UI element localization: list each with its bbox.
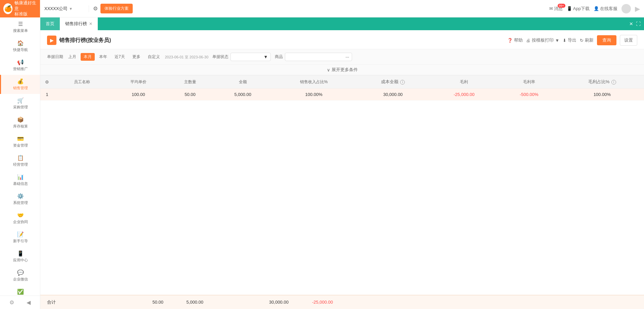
- sidebar-item-finance[interactable]: 💳 资金管理: [0, 132, 40, 151]
- expand-more-button[interactable]: ∨ 展开更多条件: [327, 67, 358, 73]
- col-settings[interactable]: ⚙: [40, 75, 54, 89]
- tabbar: 首页 销售排行榜 ✕ ✕ ⛶: [40, 17, 644, 30]
- cell-cost: 30,000.00: [356, 89, 430, 101]
- col-main-qty: 主数量: [167, 75, 214, 89]
- user-expand-icon[interactable]: ▶: [635, 5, 640, 13]
- col-cost: 成本全额 i: [356, 75, 430, 89]
- cooperation-icon: 🤝: [17, 212, 24, 218]
- export-button[interactable]: ⬇ 导出: [563, 37, 576, 43]
- status-filter-label: 单据状态: [212, 54, 228, 60]
- marketing-icon: 📢: [17, 59, 24, 65]
- sidebar-logo: 🍊 畅康通好生意 标准版: [0, 0, 40, 17]
- cell-sales-pct: 100.00%: [272, 89, 356, 101]
- table-footer: 合计 50.00 5,000.00 30,000.00 -25,000.00: [40, 295, 644, 309]
- page-inner: ▶ 销售排行榜(按业务员) ❓ 帮助 🖨 按模板打印 ▼ ⬇: [40, 30, 644, 309]
- chevron-down-icon: ▼: [69, 7, 73, 11]
- refresh-button[interactable]: ↻ 刷新: [580, 37, 594, 43]
- message-button[interactable]: ✉ 消息 99+: [549, 6, 563, 12]
- apps-icon: 📱: [17, 250, 24, 257]
- date-tab-prev-month[interactable]: 上月: [65, 53, 79, 61]
- profit-pct-info-icon[interactable]: i: [611, 80, 616, 85]
- template-print-button[interactable]: 🖨 按模板打印 ▼: [526, 37, 559, 43]
- sidebar-item-apps[interactable]: 📱 应用中心: [0, 247, 40, 266]
- search-menu-icon: ☰: [18, 21, 23, 27]
- message-icon: ✉: [549, 6, 553, 11]
- status-select[interactable]: ▼: [230, 53, 271, 61]
- goods-select[interactable]: ···: [285, 53, 352, 61]
- content-area: ▶ 销售排行榜(按业务员) ❓ 帮助 🖨 按模板打印 ▼ ⬇: [40, 30, 644, 309]
- status-filter-group: 单据状态 ▼: [212, 53, 271, 61]
- footer-label: 合计: [47, 300, 56, 305]
- inventory-icon: 📦: [17, 116, 24, 123]
- sidebar-item-search[interactable]: ☰ 搜索菜单: [0, 17, 40, 37]
- home-icon: 🏠: [17, 40, 24, 46]
- sidebar-bottom: ⚙ ◀: [0, 296, 40, 309]
- sidebar-item-wechat[interactable]: 💬 企业微信: [0, 266, 40, 285]
- sidebar-item-guide[interactable]: 📝 新手引导: [0, 228, 40, 247]
- date-tab-current-year[interactable]: 本年: [96, 53, 110, 61]
- goods-more-icon: ···: [346, 54, 349, 59]
- sidebar-settings-icon[interactable]: ⚙: [9, 299, 14, 306]
- goods-filter-label: 商品: [275, 54, 283, 60]
- member-icon: ✅: [17, 289, 24, 295]
- col-sales-pct: 销售收入占比%: [272, 75, 356, 89]
- print-chevron-icon: ▼: [555, 38, 559, 43]
- tab-home[interactable]: 首页: [40, 17, 60, 30]
- col-profit: 毛利: [430, 75, 498, 89]
- sidebar-item-member[interactable]: ✅ 畅会员: [0, 285, 40, 296]
- sidebar-item-sales[interactable]: 💰 销售管理: [0, 75, 40, 94]
- sidebar-item-cooperation[interactable]: 🤝 企业协同: [0, 209, 40, 228]
- sidebar-item-inventory[interactable]: 📦 库存核算: [0, 113, 40, 132]
- logo-icon: 🍊: [3, 3, 12, 14]
- app-download-button[interactable]: 📱 App下载: [567, 6, 590, 12]
- tabbar-restore-icon[interactable]: ⛶: [636, 21, 641, 27]
- expand-toggle[interactable]: ▶: [47, 36, 56, 45]
- date-tab-current-month[interactable]: 本月: [81, 53, 95, 61]
- tab-close-icon[interactable]: ✕: [89, 21, 92, 26]
- date-tabs: 上月 本月 本年 近7天 更多 自定义: [65, 53, 163, 61]
- query-button[interactable]: 查询: [597, 35, 616, 45]
- trial-button[interactable]: 体验行业方案: [100, 4, 133, 13]
- settings-button[interactable]: 设置: [620, 35, 637, 46]
- finance-icon: 💳: [17, 136, 24, 142]
- date-tab-custom[interactable]: 自定义: [145, 53, 163, 61]
- cost-info-icon[interactable]: i: [400, 80, 405, 85]
- table-header-row: ⚙ 员工名称 平均单价 主数量 全额 销售收入占比% 成本全额 i 毛利: [40, 75, 644, 89]
- sidebar-item-purchase[interactable]: 🛒 采购管理: [0, 94, 40, 113]
- col-amount: 全额: [214, 75, 272, 89]
- sidebar: 🍊 畅康通好生意 标准版 ☰ 搜索菜单 🏠 快捷导航 📢 营销推广 💰 销售管理…: [0, 0, 40, 309]
- topbar-settings-icon[interactable]: ⚙: [93, 5, 98, 12]
- cell-profit-pct: 100.00%: [560, 89, 644, 101]
- footer-amount: 5,000.00: [175, 300, 215, 305]
- company-selector[interactable]: XXXXX公司 ▼: [44, 6, 85, 12]
- sidebar-item-marketing[interactable]: 📢 营销推广: [0, 56, 40, 75]
- sidebar-item-quick-nav[interactable]: 🏠 快捷导航: [0, 37, 40, 56]
- filter-bar: 单据日期 上月 本月 本年 近7天 更多 自定义 2023-06-01 至 20…: [40, 49, 644, 65]
- tab-sales-rank[interactable]: 销售排行榜 ✕: [60, 17, 98, 30]
- tabbar-close-icon[interactable]: ✕: [629, 21, 633, 27]
- company-name: XXXXX公司: [44, 6, 68, 12]
- sidebar-item-system[interactable]: ⚙️ 系统管理: [0, 190, 40, 209]
- col-profit-pct: 毛利占比% i: [560, 75, 644, 89]
- online-service-button[interactable]: 👤 在线客服: [594, 6, 617, 12]
- table-row: 1 100.00 50.00 5,000.00 100.00% 30,000.0…: [40, 89, 644, 101]
- cell-main-qty: 50.00: [167, 89, 214, 101]
- date-tab-7days[interactable]: 近7天: [112, 53, 128, 61]
- topbar-divider: [89, 5, 89, 12]
- page-header: ▶ 销售排行榜(按业务员) ❓ 帮助 🖨 按模板打印 ▼ ⬇: [40, 30, 644, 49]
- sidebar-item-operations[interactable]: 📋 经营管理: [0, 151, 40, 170]
- date-tab-more[interactable]: 更多: [129, 53, 143, 61]
- service-icon: 👤: [594, 6, 599, 11]
- cell-profit-rate: -500.00%: [498, 89, 560, 101]
- app-download-icon: 📱: [567, 6, 572, 11]
- guide-icon: 📝: [17, 231, 24, 238]
- footer-cost: 30,000.00: [255, 300, 302, 305]
- sidebar-item-basic[interactable]: 📊 基础信息: [0, 170, 40, 190]
- refresh-icon: ↻: [580, 38, 584, 43]
- sidebar-collapse-icon[interactable]: ◀: [27, 299, 31, 306]
- user-avatar[interactable]: [621, 4, 631, 13]
- help-button[interactable]: ❓ 帮助: [507, 37, 523, 43]
- main-content: XXXXX公司 ▼ ⚙ 体验行业方案 ✉ 消息 99+ 📱 App下载 👤 在线…: [40, 0, 644, 309]
- status-chevron-icon: ▼: [263, 54, 268, 59]
- message-badge: 99+: [558, 4, 565, 8]
